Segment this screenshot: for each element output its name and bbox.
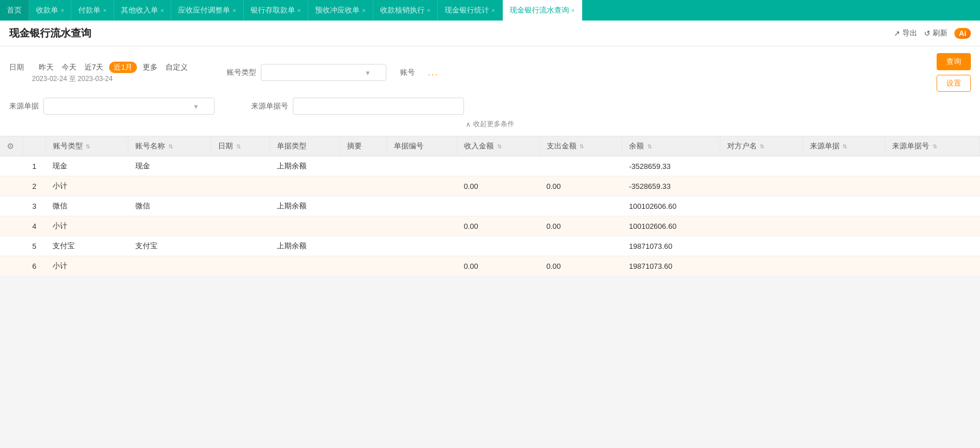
- nav-tab-bank-deposit[interactable]: 银行存取款单 ×: [244, 0, 308, 21]
- nav-tab-cash-bank-flow[interactable]: 现金银行流水查询 ×: [503, 0, 582, 21]
- row-expense: [539, 196, 622, 216]
- close-receipt-icon[interactable]: ×: [61, 7, 64, 14]
- page-header: 现金银行流水查询 ↗ 导出 ↺ 刷新 Ai: [0, 21, 980, 46]
- nav-tab-write-off[interactable]: 收款核销执行 ×: [373, 0, 438, 21]
- ai-button[interactable]: Ai: [954, 28, 971, 39]
- row-doc-no: [386, 196, 457, 216]
- col-account-name[interactable]: 账号名称 ⇅: [128, 136, 211, 156]
- row-account-name: [128, 256, 211, 276]
- export-button[interactable]: ↗ 导出: [894, 28, 917, 38]
- query-button[interactable]: 查询: [937, 53, 971, 70]
- header-actions: ↗ 导出 ↺ 刷新 Ai: [894, 28, 971, 39]
- row-doc-no: [386, 216, 457, 236]
- col-summary[interactable]: 摘要: [340, 136, 386, 156]
- close-ar-ap-icon[interactable]: ×: [232, 7, 236, 14]
- sort-account-name-icon: ⇅: [168, 143, 173, 150]
- row-summary: [340, 256, 386, 276]
- col-expense[interactable]: 支出金额 ⇅: [539, 136, 622, 156]
- row-expense: [539, 236, 622, 256]
- row-account-type: 小计: [46, 256, 128, 276]
- close-advance-offset-icon[interactable]: ×: [362, 7, 365, 14]
- col-doc-no-label: 单据编号: [394, 142, 424, 150]
- close-other-income-icon[interactable]: ×: [160, 7, 164, 14]
- col-counterpart-label: 对方户名: [727, 142, 757, 150]
- row-source-doc-no: [885, 236, 980, 256]
- row-source-doc-no: [885, 216, 980, 236]
- close-write-off-icon[interactable]: ×: [427, 7, 430, 14]
- nav-tab-home[interactable]: 首页: [0, 0, 29, 21]
- date-range-display: 2023-02-24 至 2023-03-24: [9, 74, 190, 84]
- nav-tab-ar-ap-adjust[interactable]: 应收应付调整单 ×: [171, 0, 243, 21]
- row-counterpart: [720, 196, 802, 216]
- nav-tab-ar-ap-label: 应收应付调整单: [178, 5, 230, 15]
- table-row[interactable]: 3微信微信上期余额100102606.60: [0, 196, 980, 216]
- row-source-doc-no: [885, 156, 980, 176]
- settings-button[interactable]: 设置: [937, 75, 971, 92]
- row-account-name: 支付宝: [128, 236, 211, 256]
- export-icon: ↗: [894, 29, 900, 38]
- col-doc-no[interactable]: 单据编号: [386, 136, 457, 156]
- date-opt-more[interactable]: 更多: [140, 62, 160, 73]
- source-doc-select[interactable]: ▾: [43, 98, 215, 115]
- date-opt-yesterday[interactable]: 昨天: [37, 62, 56, 73]
- filter-row-2: 来源单据 ▾ 来源单据号: [9, 98, 971, 115]
- table-row[interactable]: 6小计0.000.0019871073.60: [0, 256, 980, 276]
- col-source-doc-no[interactable]: 来源单据号 ⇅: [885, 136, 980, 156]
- refresh-icon: ↺: [924, 29, 930, 38]
- close-payment-icon[interactable]: ×: [103, 7, 106, 14]
- source-doc-no-group: 来源单据号: [251, 98, 464, 115]
- table-row[interactable]: 1现金现金上期余额-3528659.33: [0, 156, 980, 176]
- sort-expense-icon: ⇅: [579, 143, 584, 150]
- table-row[interactable]: 5支付宝支付宝上期余额19871073.60: [0, 236, 980, 256]
- row-balance: 19871073.60: [622, 256, 720, 276]
- date-filter-group: 日期 昨天 今天 近7天 近1月 更多 自定义 2023-02-24 至 202…: [9, 62, 190, 84]
- chevron-up-icon: ∧: [466, 120, 471, 128]
- col-source-doc[interactable]: 来源单据 ⇅: [802, 136, 885, 156]
- column-settings-icon[interactable]: ⚙: [7, 142, 14, 151]
- col-account-type[interactable]: 账号类型 ⇅: [46, 136, 128, 156]
- account-type-group: 账号类型 ▾: [227, 64, 386, 81]
- close-bank-deposit-icon[interactable]: ×: [297, 7, 301, 14]
- row-gear: [0, 236, 23, 256]
- row-doc-type: 上期余额: [270, 156, 340, 176]
- col-doc-type[interactable]: 单据类型: [270, 136, 340, 156]
- row-doc-type: 上期余额: [270, 196, 340, 216]
- table-row[interactable]: 2小计0.000.00-3528659.33: [0, 176, 980, 196]
- col-balance[interactable]: 余额 ⇅: [622, 136, 720, 156]
- col-income[interactable]: 收入金额 ⇅: [457, 136, 539, 156]
- date-opt-custom[interactable]: 自定义: [163, 62, 190, 73]
- row-gear: [0, 196, 23, 216]
- nav-tab-advance-offset[interactable]: 预收冲应收单 ×: [308, 0, 373, 21]
- close-cash-bank-stat-icon[interactable]: ×: [491, 7, 495, 14]
- page-title: 现金银行流水查询: [9, 26, 91, 40]
- close-cash-bank-flow-icon[interactable]: ×: [571, 7, 575, 14]
- date-opt-1month[interactable]: 近1月: [109, 62, 137, 73]
- row-source-doc-no: [885, 176, 980, 196]
- nav-tab-receipt[interactable]: 收款单 ×: [29, 0, 71, 21]
- row-source-doc: [802, 156, 885, 176]
- row-doc-type: [270, 216, 340, 236]
- col-date[interactable]: 日期 ⇅: [211, 136, 270, 156]
- table-head: ⚙ 账号类型 ⇅ 账号名称 ⇅ 日期 ⇅ 单据类型: [0, 136, 980, 156]
- chevron-down-icon: ▾: [366, 68, 370, 77]
- nav-tab-other-income[interactable]: 其他收入单 ×: [114, 0, 171, 21]
- row-expense: 0.00: [539, 176, 622, 196]
- date-range-text: 2023-02-24 至 2023-03-24: [32, 75, 112, 83]
- date-opt-today[interactable]: 今天: [59, 62, 79, 73]
- row-num: 3: [23, 196, 46, 216]
- col-gear[interactable]: ⚙: [0, 136, 23, 156]
- table-row[interactable]: 4小计0.000.00100102606.60: [0, 216, 980, 236]
- account-dots-button[interactable]: ...: [428, 67, 438, 78]
- row-income: 0.00: [457, 216, 539, 236]
- date-opt-7days[interactable]: 近7天: [82, 62, 106, 73]
- row-income: 0.00: [457, 256, 539, 276]
- nav-tab-cash-bank-stat[interactable]: 现金银行统计 ×: [438, 0, 502, 21]
- collapse-bar[interactable]: ∧ 收起更多条件: [9, 117, 971, 129]
- row-counterpart: [720, 176, 802, 196]
- col-counterpart[interactable]: 对方户名 ⇅: [720, 136, 802, 156]
- row-account-type: 小计: [46, 216, 128, 236]
- refresh-button[interactable]: ↺ 刷新: [924, 28, 947, 38]
- source-doc-no-input[interactable]: [293, 98, 464, 115]
- nav-tab-payment[interactable]: 付款单 ×: [71, 0, 114, 21]
- account-type-select[interactable]: ▾: [261, 64, 386, 81]
